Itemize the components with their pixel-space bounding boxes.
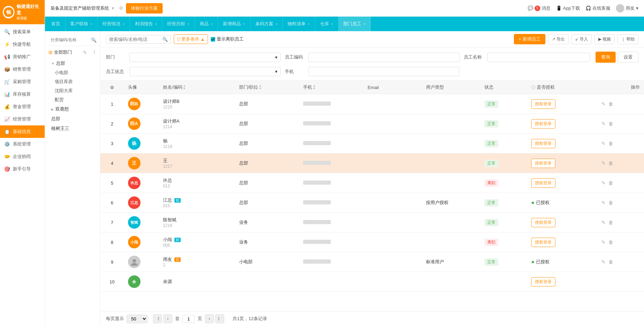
tab-bom-close[interactable]: ×	[308, 22, 310, 26]
dept-child-shenyang[interactable]: 沈阳大库	[48, 86, 100, 95]
tab-profit-close[interactable]: ×	[155, 22, 157, 26]
tab-history-close[interactable]: ×	[187, 22, 189, 26]
show-resigned-checkbox[interactable]: 显示离职员工	[211, 36, 244, 42]
filter-search-input[interactable]	[109, 37, 161, 42]
tab-add-goods-close[interactable]: ×	[243, 22, 245, 26]
phone-input[interactable]	[308, 67, 460, 76]
view-button[interactable]: ▶ 视频	[595, 34, 615, 44]
system-dropdown-icon[interactable]: ▾	[112, 6, 114, 11]
dept-group-shuanglu-label[interactable]: ▶ 双鹿想	[48, 104, 100, 114]
emp-status-select[interactable]: ▾	[129, 67, 281, 76]
sidebar-item-purchase[interactable]: 🛒 采购管理	[0, 76, 45, 88]
sidebar-item-sales[interactable]: 📦 销售管理	[0, 63, 45, 76]
online-service-button[interactable]: 🎧 在线客服	[586, 5, 610, 11]
tab-add-goods[interactable]: 新增商品 ×	[218, 17, 250, 31]
col-phone[interactable]: 手机 ▲▼	[299, 81, 363, 94]
sidebar-item-search[interactable]: 🔍 搜索菜单	[0, 26, 45, 38]
last-page-button[interactable]: 》	[215, 314, 224, 323]
filter-search-icon[interactable]: 🔍	[162, 37, 168, 42]
sidebar-item-stock[interactable]: 📊 库存核算	[0, 88, 45, 100]
first-page-button[interactable]: 《	[153, 314, 162, 323]
tab-customer[interactable]: 客户联络 ×	[65, 17, 98, 31]
edit-icon-7[interactable]: ✎	[601, 220, 606, 225]
dept-filter-select[interactable]: ▾	[129, 53, 281, 62]
tab-customer-close[interactable]: ×	[90, 22, 92, 26]
delete-icon-9[interactable]: 🗑	[608, 259, 613, 265]
tab-goods-close[interactable]: ×	[211, 22, 213, 26]
tab-operation[interactable]: 经营情况 ×	[98, 17, 130, 31]
auth-button-2[interactable]: 授权登录	[531, 119, 555, 129]
emp-code-input[interactable]	[308, 53, 460, 62]
tab-warehouse-close[interactable]: ×	[331, 22, 333, 26]
tab-dept-staff-close[interactable]: ×	[363, 22, 365, 26]
tab-barcode-close[interactable]: ×	[275, 22, 278, 26]
show-resigned-input[interactable]	[211, 37, 215, 42]
sidebar-item-guide[interactable]: 🎯 新手引导	[0, 163, 45, 175]
tab-home[interactable]: 首页	[46, 17, 65, 31]
query-button[interactable]: 查询	[596, 52, 616, 63]
edit-icon-1[interactable]: ✎	[601, 101, 606, 107]
add-employee-button[interactable]: + 新增员工	[514, 34, 545, 44]
col-name[interactable]: 姓名/编码 ▲▼	[159, 81, 235, 94]
auth-button-3[interactable]: 授权登录	[531, 139, 555, 148]
delete-icon-5[interactable]: 🗑	[608, 180, 613, 186]
edit-icon-3[interactable]: ✎	[601, 141, 606, 146]
import-button[interactable]: ↙ 导入	[571, 34, 592, 44]
dept-group-plant-label[interactable]: 植树王三	[48, 124, 100, 133]
auth-button-1[interactable]: 授权登录	[531, 99, 555, 109]
prev-page-button[interactable]: ‹	[163, 314, 172, 323]
auth-button-5[interactable]: 授权登录	[531, 178, 555, 188]
settings-col-icon[interactable]: ⚙	[110, 85, 114, 90]
sidebar-item-operation[interactable]: 📈 经营管理	[0, 113, 45, 125]
next-page-button[interactable]: ›	[205, 314, 214, 323]
delete-icon-2[interactable]: 🗑	[608, 121, 613, 126]
tab-dept-staff[interactable]: 部门员工 ×	[338, 17, 371, 31]
sidebar-item-shortcut[interactable]: ⚡ 快捷导航	[0, 38, 45, 51]
user-menu[interactable]: 用友 ▾	[616, 4, 638, 12]
edit-icon-8[interactable]: ✎	[601, 239, 606, 245]
sidebar-item-basic[interactable]: 📋 基础信息	[0, 125, 45, 138]
delete-icon-7[interactable]: 🗑	[608, 220, 613, 225]
tab-history[interactable]: 经营历程 ×	[162, 17, 194, 31]
dept-edit-icon[interactable]: ✎	[81, 49, 88, 56]
auth-button-4[interactable]: 授权登录	[531, 159, 555, 168]
col-dept[interactable]: 部门/职位 ▲▼	[235, 81, 299, 94]
col-settings[interactable]: ⚙	[100, 81, 124, 94]
message-button[interactable]: 💬 5 消息	[528, 5, 551, 11]
app-download-button[interactable]: 📱 App下载	[556, 5, 580, 11]
more-conditions-button[interactable]: ▽ 更多条件 ▲	[174, 34, 208, 44]
dept-search-input[interactable]	[48, 36, 90, 44]
edit-icon-5[interactable]: ✎	[601, 180, 606, 186]
sidebar-item-finance[interactable]: 💰 资金管理	[0, 100, 45, 113]
auth-button-10[interactable]: 授权登录	[531, 277, 555, 287]
tab-barcode[interactable]: 条码方案 ×	[251, 17, 283, 31]
tab-goods[interactable]: 商品 ×	[195, 17, 218, 31]
emp-name-input[interactable]	[487, 53, 590, 62]
edit-icon-9[interactable]: ✎	[601, 259, 606, 265]
edit-icon-4[interactable]: ✎	[601, 160, 606, 166]
delete-icon-8[interactable]: 🗑	[608, 239, 613, 245]
dept-all-label[interactable]: ⊞ 全部部门	[48, 49, 72, 55]
tab-operation-close[interactable]: ×	[123, 22, 125, 26]
delete-icon-4[interactable]: 🗑	[608, 160, 613, 166]
delete-icon-3[interactable]: 🗑	[608, 141, 613, 146]
edit-icon-6[interactable]: ✎	[601, 200, 606, 205]
page-input[interactable]	[182, 315, 195, 323]
delete-icon-6[interactable]: 🗑	[608, 200, 613, 205]
tab-bom[interactable]: 物料清单 ×	[283, 17, 315, 31]
sidebar-item-enterprise[interactable]: 🤝 企业协同	[0, 150, 45, 163]
per-page-select[interactable]: 50 100 200	[127, 315, 147, 323]
dept-collapse-icon[interactable]: 《	[90, 49, 97, 56]
tab-profit[interactable]: 利润报告 ×	[130, 17, 162, 31]
delete-icon-1[interactable]: 🗑	[608, 101, 613, 107]
help-button[interactable]: ｜ 帮助	[617, 34, 638, 44]
dept-group-general-label[interactable]: 总部	[48, 114, 100, 124]
export-button[interactable]: ↗ 导出	[548, 34, 569, 44]
dept-search-icon[interactable]: 🔍	[91, 37, 97, 43]
dept-child-distribution[interactable]: 配货	[48, 95, 100, 104]
sidebar-item-marketing[interactable]: 📢 营销推广	[0, 51, 45, 63]
settings-icon[interactable]: ⚙	[119, 6, 123, 11]
sidebar-item-system[interactable]: ⚙️ 系统管理	[0, 138, 45, 150]
tab-warehouse[interactable]: 仓库 ×	[315, 17, 338, 31]
auth-button-8[interactable]: 授权登录	[531, 238, 555, 247]
